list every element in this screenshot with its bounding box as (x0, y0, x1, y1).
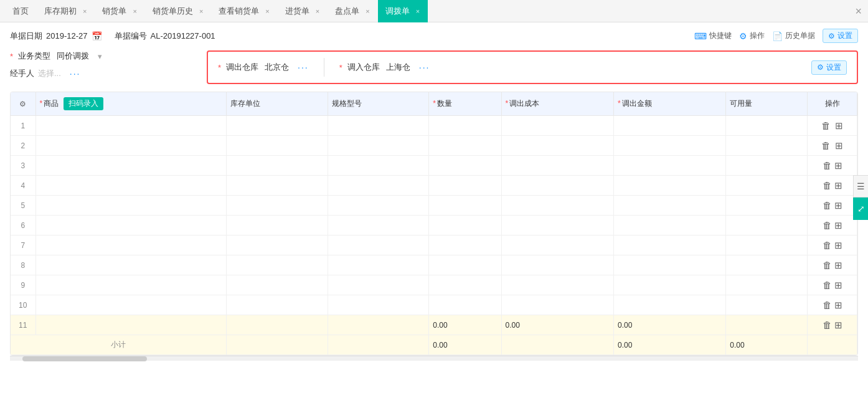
table-header: ⚙ *商品 扫码录入 库存单位 规格型号 *数量 *调出成本 *调出金额 可用量… (11, 92, 857, 116)
delete-icon-7[interactable]: 🗑 (823, 240, 832, 250)
person-field: 经手人 选择... ··· (10, 68, 197, 79)
tab-close-sales-history[interactable]: × (199, 7, 203, 15)
copy-icon-8[interactable]: ⊞ (834, 260, 842, 270)
row-available-2[interactable] (726, 136, 808, 156)
tab-inventory-check[interactable]: 盘点单 × (328, 0, 377, 22)
scan-button[interactable]: 扫码录入 (64, 97, 103, 110)
row-num-4: 4 (11, 176, 35, 196)
copy-icon-3[interactable]: ⊞ (834, 160, 842, 171)
business-type-value[interactable]: 同价调拨 (57, 50, 89, 62)
number-label: 单据编号 (115, 31, 147, 42)
tab-view-sales[interactable]: 查看销货单 × (211, 0, 277, 22)
tab-inventory-init[interactable]: 库存期初 × (37, 0, 95, 22)
window-close-button[interactable]: × (855, 5, 862, 18)
history-button[interactable]: 📄 历史单据 (772, 31, 815, 41)
tab-sales-history[interactable]: 销货单历史 × (145, 0, 211, 22)
table-row: 7 🗑⊞ (11, 236, 857, 255)
row-ops-10: 🗑⊞ (808, 295, 857, 315)
out-warehouse-value[interactable]: 北京仓 (265, 62, 289, 73)
row-ops-7: 🗑⊞ (808, 236, 857, 255)
row-num-1: 1 (11, 116, 35, 136)
row-ops-9: 🗑⊞ (808, 275, 857, 295)
tab-close-inventory-init[interactable]: × (83, 7, 87, 15)
copy-icon-5[interactable]: ⊞ (834, 200, 842, 211)
row-amount-1[interactable] (613, 116, 725, 136)
delete-icon-9[interactable]: 🗑 (823, 280, 832, 290)
delete-icon-4[interactable]: 🗑 (823, 180, 832, 191)
subtotal-qty: 0.00 (433, 321, 447, 330)
field-separator (324, 58, 324, 77)
float-expand-button[interactable]: ⤢ (853, 198, 868, 220)
out-warehouse-label: 调出仓库 (226, 62, 258, 73)
shortcuts-button[interactable]: ⌨ 快捷键 (694, 31, 732, 41)
tab-close-view-sales[interactable]: × (265, 7, 269, 15)
row-qty-1[interactable] (429, 116, 501, 136)
person-input[interactable]: 选择... (38, 68, 61, 79)
subtotal-qty-2: 0.00 (433, 341, 447, 350)
out-warehouse-more[interactable]: ··· (298, 62, 309, 72)
row-ops-4: 🗑⊞ (808, 176, 857, 196)
delete-icon-11[interactable]: 🗑 (823, 320, 832, 330)
copy-icon-4[interactable]: ⊞ (834, 180, 842, 191)
operations-icon: ⚙ (739, 31, 747, 41)
tab-close-sales-order[interactable]: × (133, 7, 136, 15)
header-actions: ⌨ 快捷键 ⚙ 操作 📄 历史单据 ⚙ 设置 (694, 29, 858, 43)
delete-icon-2[interactable]: 🗑 (821, 140, 831, 151)
in-warehouse-value[interactable]: 上海仓 (386, 62, 410, 73)
copy-icon-6[interactable]: ⊞ (834, 220, 842, 231)
copy-icon-11[interactable]: ⊞ (834, 320, 842, 330)
calendar-icon[interactable]: 📅 (92, 31, 102, 41)
float-list-button[interactable]: ☰ (853, 175, 868, 198)
business-type-dropdown[interactable]: ▾ (98, 52, 102, 61)
delete-icon-3[interactable]: 🗑 (823, 160, 832, 171)
delete-icon-6[interactable]: 🗑 (823, 220, 832, 231)
tab-transfer[interactable]: 调拨单 × (378, 0, 428, 22)
row-cost-1[interactable] (501, 116, 613, 136)
copy-icon-9[interactable]: ⊞ (834, 280, 842, 290)
row-qty-2[interactable] (429, 136, 501, 156)
settings-gear-icon: ⚙ (828, 32, 835, 40)
row-spec-1[interactable] (328, 116, 429, 136)
copy-icon-2[interactable]: ⊞ (835, 140, 843, 151)
row-amount-2[interactable] (613, 136, 725, 156)
scrollbar[interactable] (10, 356, 858, 361)
row-unit-2[interactable] (227, 136, 328, 156)
delete-icon-1[interactable]: 🗑 (821, 120, 831, 131)
tab-close-purchase[interactable]: × (316, 7, 319, 15)
delete-icon-5[interactable]: 🗑 (823, 200, 832, 211)
number-field: 单据编号 AL-20191227-001 (115, 31, 215, 42)
tab-sales-order[interactable]: 销货单 × (95, 0, 144, 22)
person-more-button[interactable]: ··· (70, 69, 81, 79)
copy-icon-10[interactable]: ⊞ (834, 300, 842, 310)
date-value: 2019-12-27 (46, 31, 88, 40)
copy-icon-7[interactable]: ⊞ (834, 240, 842, 250)
row-product-2[interactable] (35, 136, 227, 156)
row-cost-2[interactable] (501, 136, 613, 156)
business-type-required: * (10, 52, 13, 61)
warehouse-section: * 调出仓库 北京仓 ··· * 调入仓库 上海仓 ··· ⚙ 设置 (207, 50, 858, 84)
tab-close-inventory-check[interactable]: × (366, 7, 369, 15)
in-warehouse-required: * (339, 63, 342, 72)
tab-purchase[interactable]: 进货单 × (278, 0, 328, 22)
warehouse-settings-button[interactable]: ⚙ 设置 (811, 60, 847, 75)
settings-button[interactable]: ⚙ 设置 (823, 29, 858, 43)
tab-close-transfer[interactable]: × (416, 7, 420, 15)
scrollbar-thumb[interactable] (22, 356, 147, 361)
row-unit-1[interactable] (227, 116, 328, 136)
delete-icon-8[interactable]: 🗑 (823, 260, 832, 270)
row-spec-2[interactable] (328, 136, 429, 156)
delete-icon-10[interactable]: 🗑 (823, 300, 832, 310)
row-ops-3: 🗑⊞ (808, 156, 857, 176)
tab-home[interactable]: 首页 (5, 0, 37, 22)
history-icon: 📄 (772, 31, 783, 41)
row-product-1[interactable] (35, 116, 227, 136)
row-ops-8: 🗑⊞ (808, 255, 857, 275)
shortcuts-icon: ⌨ (694, 31, 707, 41)
table-row: 1 🗑 ⊞ (11, 116, 857, 136)
in-warehouse-more[interactable]: ··· (419, 62, 430, 72)
row-available-1[interactable] (726, 116, 808, 136)
th-settings[interactable]: ⚙ (11, 92, 35, 116)
th-qty: *数量 (429, 92, 501, 116)
copy-icon-1[interactable]: ⊞ (835, 120, 843, 131)
operations-button[interactable]: ⚙ 操作 (739, 31, 765, 41)
